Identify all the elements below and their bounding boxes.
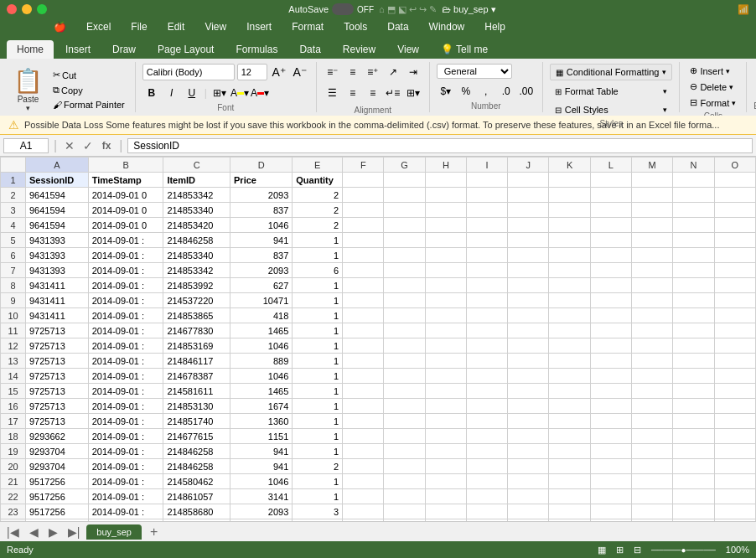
cell-n9[interactable]: [673, 293, 714, 308]
cell-l11[interactable]: [590, 323, 631, 338]
cell-d2[interactable]: 2093: [230, 188, 293, 203]
close-button[interactable]: [7, 4, 17, 14]
cell-n2[interactable]: [673, 188, 714, 203]
cell-b1[interactable]: TimeStamp: [88, 173, 163, 188]
cell-a16[interactable]: 9725713: [26, 399, 89, 414]
window-controls[interactable]: [7, 4, 47, 14]
col-header-m[interactable]: M: [631, 158, 672, 173]
col-header-i[interactable]: I: [467, 158, 508, 173]
cell-h16[interactable]: [425, 399, 466, 414]
cell-a22[interactable]: 9517256: [26, 489, 89, 504]
cell-i5[interactable]: [467, 233, 508, 248]
cell-i12[interactable]: [467, 338, 508, 354]
cell-o15[interactable]: [714, 384, 755, 399]
cell-o18[interactable]: [714, 429, 755, 444]
cell-o7[interactable]: [714, 263, 755, 278]
cell-l8[interactable]: [590, 278, 631, 293]
increase-font-button[interactable]: A⁺: [270, 64, 288, 80]
cell-m9[interactable]: [631, 293, 672, 308]
row-number-22[interactable]: 22: [1, 489, 26, 504]
row-number-24[interactable]: 24: [1, 519, 26, 522]
cell-o22[interactable]: [714, 489, 755, 504]
maximize-button[interactable]: [37, 4, 47, 14]
cell-l10[interactable]: [590, 308, 631, 323]
cell-e10[interactable]: 1: [293, 308, 343, 323]
cell-g4[interactable]: [384, 218, 425, 233]
cell-i22[interactable]: [467, 489, 508, 504]
cell-n15[interactable]: [673, 384, 714, 399]
cell-b11[interactable]: 2014-09-01 :: [88, 323, 163, 338]
cell-c22[interactable]: 214861057: [163, 489, 230, 504]
cell-j2[interactable]: [508, 188, 549, 203]
cell-k20[interactable]: [549, 459, 590, 474]
cell-f13[interactable]: [343, 354, 384, 369]
cell-a19[interactable]: 9293704: [26, 444, 89, 459]
cell-c5[interactable]: 214846258: [163, 233, 230, 248]
col-header-b[interactable]: B: [88, 158, 163, 173]
cell-m8[interactable]: [631, 278, 672, 293]
col-header-n[interactable]: N: [673, 158, 714, 173]
cell-k16[interactable]: [549, 399, 590, 414]
cell-n14[interactable]: [673, 369, 714, 384]
cell-h14[interactable]: [425, 369, 466, 384]
cell-n21[interactable]: [673, 474, 714, 489]
cell-f4[interactable]: [343, 218, 384, 233]
cell-h11[interactable]: [425, 323, 466, 338]
cell-j4[interactable]: [508, 218, 549, 233]
cell-k18[interactable]: [549, 429, 590, 444]
cell-l22[interactable]: [590, 489, 631, 504]
cell-m20[interactable]: [631, 459, 672, 474]
cell-o20[interactable]: [714, 459, 755, 474]
cell-a18[interactable]: 9293662: [26, 429, 89, 444]
cell-c18[interactable]: 214677615: [163, 429, 230, 444]
cell-j7[interactable]: [508, 263, 549, 278]
cell-d3[interactable]: 837: [230, 203, 293, 218]
cell-d9[interactable]: 10471: [230, 293, 293, 308]
row-number-8[interactable]: 8: [1, 278, 26, 293]
cell-o14[interactable]: [714, 369, 755, 384]
col-header-e[interactable]: E: [293, 158, 343, 173]
cell-j21[interactable]: [508, 474, 549, 489]
cell-o12[interactable]: [714, 338, 755, 354]
cell-f7[interactable]: [343, 263, 384, 278]
cell-a2[interactable]: 9641594: [26, 188, 89, 203]
tab-tell-me[interactable]: 💡 Tell me: [431, 40, 498, 59]
cell-k3[interactable]: [549, 203, 590, 218]
row-number-1[interactable]: 1: [1, 173, 26, 188]
cell-f17[interactable]: [343, 414, 384, 429]
cell-m22[interactable]: [631, 489, 672, 504]
align-left-button[interactable]: ☰: [324, 85, 342, 101]
cell-f2[interactable]: [343, 188, 384, 203]
cell-b4[interactable]: 2014-09-01 0: [88, 218, 163, 233]
italic-button[interactable]: I: [163, 85, 181, 101]
cell-j22[interactable]: [508, 489, 549, 504]
col-header-c[interactable]: C: [163, 158, 230, 173]
cell-f15[interactable]: [343, 384, 384, 399]
text-direction-button[interactable]: ↗: [384, 64, 402, 80]
zoom-slider[interactable]: ─────●─────: [651, 545, 716, 555]
cell-f18[interactable]: [343, 429, 384, 444]
cell-n5[interactable]: [673, 233, 714, 248]
cell-i11[interactable]: [467, 323, 508, 338]
cell-g12[interactable]: [384, 338, 425, 354]
cell-styles-button[interactable]: ⊟ Cell Styles ▾: [550, 102, 673, 117]
borders-button[interactable]: ⊞▾: [210, 85, 229, 101]
cell-f16[interactable]: [343, 399, 384, 414]
cell-o19[interactable]: [714, 444, 755, 459]
cell-a17[interactable]: 9725713: [26, 414, 89, 429]
cell-c12[interactable]: 214853169: [163, 338, 230, 354]
col-header-o[interactable]: O: [714, 158, 755, 173]
menu-data[interactable]: Data: [384, 19, 412, 34]
cell-j9[interactable]: [508, 293, 549, 308]
cell-i14[interactable]: [467, 369, 508, 384]
cell-k1[interactable]: [549, 173, 590, 188]
cell-l16[interactable]: [590, 399, 631, 414]
cell-f10[interactable]: [343, 308, 384, 323]
cell-m3[interactable]: [631, 203, 672, 218]
cell-b13[interactable]: 2014-09-01 :: [88, 354, 163, 369]
cell-e13[interactable]: 1: [293, 354, 343, 369]
cell-n6[interactable]: [673, 248, 714, 263]
col-header-d[interactable]: D: [230, 158, 293, 173]
cell-k2[interactable]: [549, 188, 590, 203]
cell-c4[interactable]: 214853420: [163, 218, 230, 233]
